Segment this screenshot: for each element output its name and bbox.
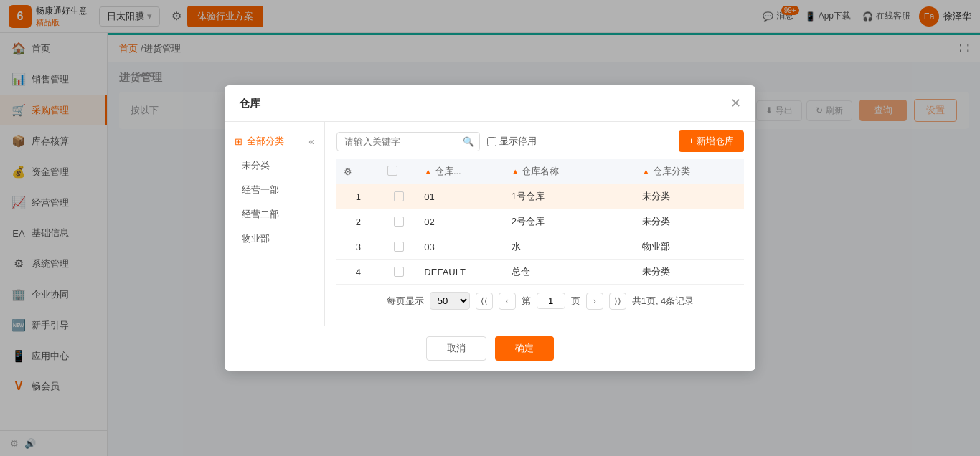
prev-page-btn[interactable]: ‹ [499, 293, 516, 310]
cat-item-ops1[interactable]: 经营一部 [225, 178, 324, 202]
sort-cat-icon: ▲ [642, 167, 650, 176]
row-category: 物业部 [635, 234, 744, 260]
dialog-body: ⊞ 全部分类 « 未分类 经营一部 经营二部 物业部 🔍 [225, 122, 755, 326]
row-num: 1 [336, 184, 380, 209]
dialog-footer: 取消 确定 [225, 326, 755, 371]
row-code: 01 [417, 184, 504, 209]
row-check[interactable] [380, 234, 418, 260]
page-word: 第 [522, 295, 531, 308]
search-wrap: 🔍 [336, 132, 480, 151]
per-page-label: 每页显示 [387, 295, 424, 308]
row-num: 4 [336, 260, 380, 285]
table-row[interactable]: 3 03 水 物业部 [336, 234, 744, 260]
add-warehouse-btn[interactable]: + 新增仓库 [679, 130, 744, 152]
search-input[interactable] [336, 132, 480, 151]
dialog-title: 仓库 [239, 97, 260, 110]
category-panel: ⊞ 全部分类 « 未分类 经营一部 经营二部 物业部 [225, 122, 325, 326]
table-row[interactable]: 2 02 2号仓库 未分类 [336, 209, 744, 234]
page-label: 页 [571, 295, 580, 308]
col-gear: ⚙ [336, 159, 380, 184]
row-category: 未分类 [635, 209, 744, 234]
table-row[interactable]: 4 DEFAULT 总仓 未分类 [336, 260, 744, 285]
table-body: 1 01 1号仓库 未分类 2 [336, 184, 744, 285]
select-all-checkbox[interactable] [387, 166, 397, 176]
sort-name-icon: ▲ [512, 167, 519, 176]
row-check[interactable] [380, 260, 418, 285]
row-code: DEFAULT [417, 260, 504, 285]
warehouse-dialog: 仓库 ✕ ⊞ 全部分类 « 未分类 经营一部 经营二部 物业部 [225, 85, 755, 371]
first-page-btn[interactable]: ⟨⟨ [476, 293, 493, 310]
table-header: ⚙ ▲ 仓库... ▲ [336, 159, 744, 184]
pagination: 每页显示 20 50 100 ⟨⟨ ‹ 第 页 › ⟩⟩ 共1页, 4条记录 [336, 285, 744, 317]
warehouse-table: ⚙ ▲ 仓库... ▲ [336, 159, 744, 285]
total-info: 共1页, 4条记录 [632, 295, 694, 308]
row-checkbox-2[interactable] [394, 217, 404, 227]
col-code-header: ▲ 仓库... [417, 159, 504, 184]
page-number-input[interactable] [537, 293, 565, 309]
table-toolbar: 🔍 显示停用 + 新增仓库 [336, 130, 744, 152]
page-size-select[interactable]: 20 50 100 [430, 292, 470, 310]
col-check [380, 159, 418, 184]
sort-icon: ▲ [424, 167, 432, 176]
row-code: 02 [417, 209, 504, 234]
col-cat-header: ▲ 仓库分类 [635, 159, 744, 184]
row-category: 未分类 [635, 184, 744, 209]
cat-item-unclassified[interactable]: 未分类 [225, 153, 324, 178]
dialog-header: 仓库 ✕ [225, 85, 755, 122]
row-name: 水 [504, 234, 635, 260]
dialog-overlay: 仓库 ✕ ⊞ 全部分类 « 未分类 经营一部 经营二部 物业部 [0, 0, 980, 456]
table-row[interactable]: 1 01 1号仓库 未分类 [336, 184, 744, 209]
all-category-btn[interactable]: ⊞ 全部分类 « [225, 129, 324, 153]
row-num: 3 [336, 234, 380, 260]
cat-item-property[interactable]: 物业部 [225, 227, 324, 251]
grid-icon: ⊞ [235, 136, 242, 147]
close-icon[interactable]: ✕ [730, 95, 741, 111]
row-code: 03 [417, 234, 504, 260]
cancel-btn[interactable]: 取消 [426, 336, 486, 361]
show-disabled-label: 显示停用 [499, 135, 537, 148]
table-panel: 🔍 显示停用 + 新增仓库 ⚙ [325, 122, 755, 326]
last-page-btn[interactable]: ⟩⟩ [609, 293, 626, 310]
row-checkbox-3[interactable] [394, 242, 404, 252]
row-category: 未分类 [635, 260, 744, 285]
search-icon[interactable]: 🔍 [463, 136, 474, 147]
cat-item-ops2[interactable]: 经营二部 [225, 202, 324, 227]
confirm-btn[interactable]: 确定 [495, 336, 554, 361]
collapse-icon[interactable]: « [308, 136, 314, 147]
col-name-header: ▲ 仓库名称 [504, 159, 635, 184]
row-num: 2 [336, 209, 380, 234]
gear-col-icon: ⚙ [344, 166, 352, 177]
row-name: 1号仓库 [504, 184, 635, 209]
row-check[interactable] [380, 209, 418, 234]
warehouse-table-wrap: ⚙ ▲ 仓库... ▲ [336, 159, 744, 285]
next-page-btn[interactable]: › [586, 293, 603, 310]
row-name: 2号仓库 [504, 209, 635, 234]
row-checkbox-1[interactable] [394, 191, 404, 201]
show-disabled-wrap: 显示停用 [487, 135, 537, 148]
show-disabled-checkbox[interactable] [487, 137, 496, 146]
row-name: 总仓 [504, 260, 635, 285]
row-checkbox-4[interactable] [394, 267, 404, 277]
row-check[interactable] [380, 184, 418, 209]
